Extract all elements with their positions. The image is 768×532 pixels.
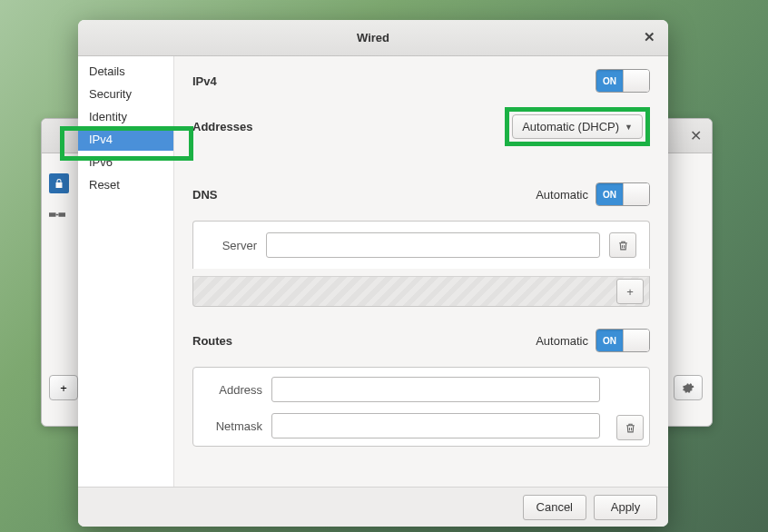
background-settings-button[interactable] [674,375,703,400]
background-add-button[interactable]: + [49,375,78,400]
svg-rect-0 [49,212,56,217]
dns-server-input[interactable] [266,232,600,258]
ipv4-label: IPv4 [192,74,217,88]
sidebar-item-ipv6[interactable]: IPv6 [78,151,173,173]
sidebar-item-security[interactable]: Security [78,83,173,105]
trash-icon [617,240,629,251]
cancel-button[interactable]: Cancel [523,495,586,520]
toggle-on-label: ON [596,70,623,92]
apply-button[interactable]: Apply [594,495,657,520]
routes-netmask-input[interactable] [271,413,600,438]
svg-rect-1 [59,212,66,217]
background-proxy-icon [49,210,65,225]
dns-automatic-label: Automatic [536,188,588,202]
dns-server-delete-button[interactable] [609,232,636,258]
sidebar-item-identity[interactable]: Identity [78,105,173,128]
addresses-dropdown-label: Automatic (DHCP) [522,120,619,133]
dns-label: DNS [192,188,217,202]
sidebar-item-details[interactable]: Details [78,60,173,83]
routes-label: Routes [192,334,232,348]
sidebar-item-ipv4[interactable]: IPv4 [78,128,173,151]
chevron-down-icon: ▼ [625,123,633,132]
ipv4-toggle[interactable]: ON [596,69,650,93]
routes-address-input[interactable] [271,377,600,402]
dialog-title: Wired [357,31,389,44]
plus-icon: + [626,285,634,299]
routes-automatic-label: Automatic [536,334,588,348]
addresses-dropdown[interactable]: Automatic (DHCP) ▼ [512,114,643,139]
dns-add-button[interactable]: + [616,279,644,304]
routes-netmask-label: Netmask [206,419,262,433]
background-lock-icon [49,173,69,193]
highlight-addresses-dropdown: Automatic (DHCP) ▼ [505,107,650,146]
addresses-label: Addresses [192,120,252,133]
wired-settings-dialog: Wired ✕ Details Security Identity IPv4 I… [78,20,668,527]
title-bar: Wired ✕ [78,20,668,56]
dns-server-label: Server [206,239,257,252]
sidebar-item-reset[interactable]: Reset [78,173,173,196]
routes-address-label: Address [206,383,262,397]
content-panel: IPv4 ON Addresses Automatic (DHCP) ▼ DNS [174,56,668,487]
dns-server-box: Server [192,221,650,269]
routes-automatic-toggle[interactable]: ON [596,329,650,352]
dns-automatic-toggle[interactable]: ON [596,182,650,206]
dialog-footer: Cancel Apply [78,487,668,527]
sidebar: Details Security Identity IPv4 IPv6 Rese… [78,56,174,487]
trash-icon [625,422,636,434]
routes-box: Address Netmask [192,367,650,447]
svg-rect-2 [56,214,59,216]
toggle-knob [623,70,649,92]
dns-add-strip: + [192,276,650,307]
background-close-button[interactable]: ✕ [684,125,706,147]
close-button[interactable]: ✕ [639,27,659,47]
routes-delete-button[interactable] [616,415,644,440]
